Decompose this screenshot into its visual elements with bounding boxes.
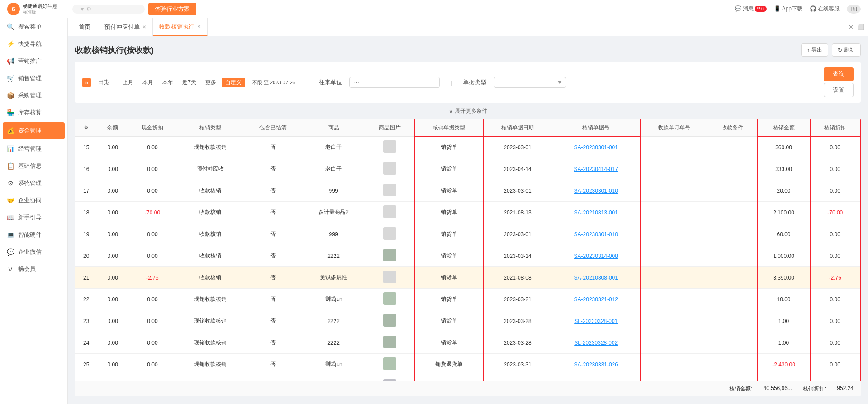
cell-verify-amount: 20.00 — [758, 375, 810, 381]
expand-arrow-icon[interactable]: » — [82, 78, 91, 87]
sidebar-item-operation[interactable]: 📊经营管理 — [0, 140, 67, 157]
sidebar-item-system[interactable]: ⚙系统管理 — [0, 175, 67, 192]
main-area: 首页 预付冲应付单 ✕ 收款核销执行 ✕ ✕ ⬜ 收款核销执行(按收款) ↑ — [68, 18, 868, 404]
tab-prepay[interactable]: 预付冲应付单 ✕ — [98, 18, 153, 36]
trial-btn[interactable]: 体验行业方案 — [148, 3, 196, 15]
setting-button[interactable]: 设置 — [824, 83, 854, 97]
cell-doc-no[interactable]: SL-20230328-001 — [552, 310, 640, 332]
doc-type-select-wrapper — [494, 77, 566, 88]
cell-goods: 测试jun — [302, 354, 365, 375]
sidebar-item-finance[interactable]: 💰资金管理 — [3, 122, 65, 139]
sidebar-item-search[interactable]: 🔍搜索菜单 — [0, 18, 67, 35]
table-wrapper[interactable]: ⚙ 余额 现金折扣 核销类型 包含已结清 商品 商品图片 核销单据类型 核销单据… — [75, 119, 861, 381]
export-button[interactable]: ↑ 导出 — [801, 43, 828, 57]
sidebar-item-basic[interactable]: 📋基础信息 — [0, 157, 67, 175]
page-title: 收款核销执行(按收款) — [75, 45, 154, 56]
sidebar-item-quick[interactable]: ⚡快捷导航 — [0, 35, 67, 52]
date-label: 日期 — [98, 78, 112, 86]
cell-receipt-condition — [708, 267, 758, 289]
cell-verify-discount: 0.00 — [810, 158, 861, 180]
cell-verify-discount: 0.00 — [810, 354, 861, 375]
table-row: 22 0.00 0.00 现销收款核销 否 测试jun 销货单 2023-03-… — [75, 289, 860, 310]
cell-doc-no[interactable]: SA-20210808-001 — [552, 267, 640, 289]
cell-goods-img — [365, 375, 415, 381]
cell-receipt-order-no — [640, 267, 708, 289]
date-btn-more[interactable]: 更多 — [202, 78, 220, 87]
cell-doc-no[interactable]: SA-20230321-012 — [552, 289, 640, 310]
sidebar-item-hardware[interactable]: 💻智能硬件 — [0, 226, 67, 243]
cell-doc-no[interactable]: SA-20210813-001 — [552, 202, 640, 223]
date-btn-last-month[interactable]: 上月 — [119, 78, 137, 87]
cell-doc-date: 2023-03-31 — [483, 354, 552, 375]
cell-goods-img — [365, 245, 415, 267]
tab-bar-actions: ✕ ⬜ — [849, 24, 864, 30]
tab-prepay-close[interactable]: ✕ — [142, 24, 146, 29]
cell-verify-type: 现销收款核销 — [177, 354, 244, 375]
cell-verify-type: 现销收款核销 — [177, 310, 244, 332]
col-receipt-order-no: 收款单订单号 — [640, 119, 708, 137]
refresh-button[interactable]: ↻ 刷新 — [832, 43, 861, 57]
cell-goods-img — [365, 289, 415, 310]
expand-more-button[interactable]: ∨ 展开更多条件 — [449, 107, 487, 115]
user-avatar[interactable]: Rit — [847, 5, 861, 14]
cell-doc-no[interactable]: SL-20230328-002 — [552, 332, 640, 354]
cell-cash-discount: 0.00 — [128, 137, 177, 158]
tab-maximize[interactable]: ⬜ — [857, 24, 864, 30]
table-body: 15 0.00 0.00 现销收款核销 否 老白干 销货单 2023-03-01… — [75, 137, 860, 381]
table-row: 25 0.00 0.00 现销收款核销 否 测试jun 销货退货单 2023-0… — [75, 354, 860, 375]
sidebar-item-member[interactable]: V畅会员 — [0, 261, 67, 278]
cell-include-settled: 否 — [244, 180, 302, 202]
cell-doc-no[interactable]: SA-20230314-008 — [552, 245, 640, 267]
table-row: 26 0.00 0.00 预收款核销 否 123D商品 销货单 2022-04-… — [75, 375, 860, 381]
date-btn-7days[interactable]: 近7天 — [179, 78, 200, 87]
cell-receipt-condition — [708, 202, 758, 223]
cell-doc-no[interactable]: ABC-001 — [552, 375, 640, 381]
cell-include-settled: 否 — [244, 223, 302, 245]
logo-text: 畅捷通谱好生意 标准版 — [23, 3, 57, 15]
col-gear[interactable]: ⚙ — [75, 119, 98, 137]
expand-more-icon: ∨ — [449, 108, 453, 114]
cell-doc-no[interactable]: SA-20230331-026 — [552, 354, 640, 375]
cell-doc-date: 2023-03-28 — [483, 332, 552, 354]
date-range-display: 不限 至 2023-07-26 — [252, 79, 295, 86]
filter-expand-arrow[interactable]: » — [82, 78, 91, 87]
counterpart-input[interactable] — [349, 77, 440, 88]
sidebar-item-marketing[interactable]: 📢营销推广 — [0, 52, 67, 70]
app-download-link[interactable]: 📱 App下载 — [774, 5, 802, 13]
cell-doc-no[interactable]: SA-20230301-001 — [552, 137, 640, 158]
tab-collection[interactable]: 收款核销执行 ✕ — [153, 18, 208, 36]
sidebar-item-enterprise[interactable]: 🤝企业协同 — [0, 192, 67, 209]
tab-home[interactable]: 首页 — [71, 18, 98, 36]
tab-close-all[interactable]: ✕ — [849, 24, 854, 30]
cell-receipt-order-no — [640, 354, 708, 375]
cell-doc-no[interactable]: SA-20230414-017 — [552, 158, 640, 180]
doc-type-select[interactable] — [494, 77, 566, 88]
page-title-bar: 收款核销执行(按收款) ↑ 导出 ↻ 刷新 — [75, 43, 861, 57]
cell-doc-no[interactable]: SA-20230301-010 — [552, 180, 640, 202]
tab-collection-close[interactable]: ✕ — [197, 24, 201, 29]
cell-include-settled: 否 — [244, 158, 302, 180]
cell-receipt-condition — [708, 289, 758, 310]
table-row: 18 0.00 -70.00 收款核销 否 多计量商品2 销货单 2021-08… — [75, 202, 860, 223]
sidebar-item-purchase[interactable]: 📦采购管理 — [0, 87, 67, 104]
online-service-link[interactable]: 🎧 在线客服 — [810, 5, 840, 13]
date-btn-custom[interactable]: 自定义 — [222, 78, 245, 87]
cell-verify-discount: 0.00 — [810, 245, 861, 267]
query-button[interactable]: 查询 — [824, 67, 854, 81]
sidebar-item-wechat[interactable]: 💬企业微信 — [0, 243, 67, 261]
table-header: ⚙ 余额 现金折扣 核销类型 包含已结清 商品 商品图片 核销单据类型 核销单据… — [75, 119, 860, 137]
sidebar-item-inventory[interactable]: 🏪库存核算 — [0, 104, 67, 121]
member-icon: V — [6, 266, 14, 273]
sidebar-item-guide[interactable]: 📖新手引导 — [0, 209, 67, 226]
sidebar-item-sales[interactable]: 🛒销售管理 — [0, 70, 67, 87]
logo-icon: 6 — [7, 3, 20, 15]
date-btn-this-year[interactable]: 本年 — [159, 78, 177, 87]
date-btn-this-month[interactable]: 本月 — [139, 78, 157, 87]
quick-icon: ⚡ — [6, 40, 14, 48]
messages-icon[interactable]: 💬 消息99+ — [735, 5, 767, 13]
main-table: ⚙ 余额 现金折扣 核销类型 包含已结清 商品 商品图片 核销单据类型 核销单据… — [75, 119, 861, 381]
cell-doc-no[interactable]: SA-20230301-010 — [552, 223, 640, 245]
cell-goods: 多计量商品2 — [302, 202, 365, 223]
footer-total-discount-label: 核销折扣: — [803, 385, 826, 393]
table-row: 16 0.00 0.00 预付冲应收 否 老白干 销货单 2023-04-14 … — [75, 158, 860, 180]
